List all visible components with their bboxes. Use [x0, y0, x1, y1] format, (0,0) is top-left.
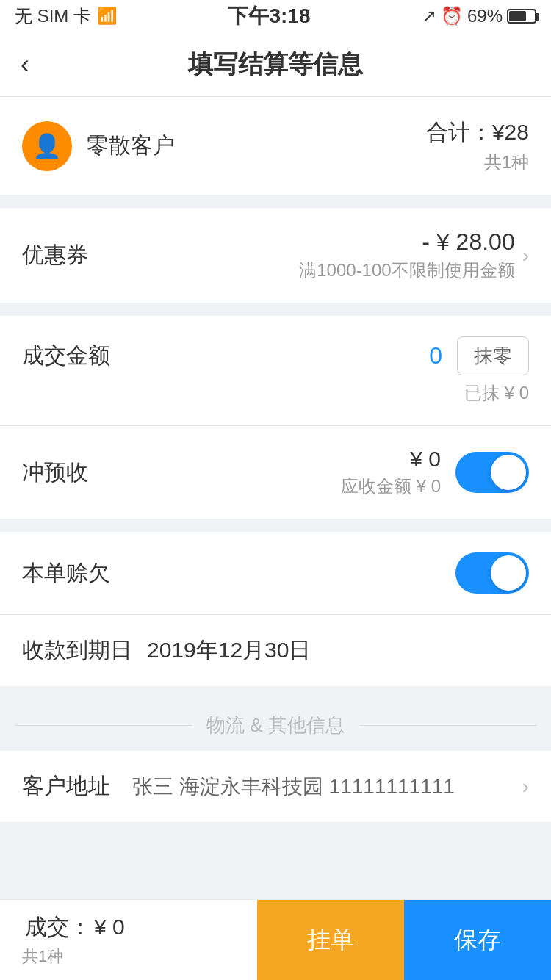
prepay-right: ¥ 0 应收金额 ¥ 0 [341, 447, 529, 498]
round-zero-button[interactable]: 抹零 [457, 336, 529, 375]
coupon-info: - ¥ 28.00 满1000-100不限制使用金额 [299, 228, 514, 282]
alarm-icon: ⏰ [441, 6, 463, 26]
prepay-row: 冲预收 ¥ 0 应收金额 ¥ 0 [22, 447, 529, 498]
divider-2 [0, 303, 551, 316]
address-chevron-icon: › [522, 775, 529, 799]
debt-section: 本单赊欠 [0, 532, 551, 614]
logistics-label: 物流 & 其他信息 [206, 713, 345, 738]
toggle-knob [491, 455, 526, 490]
transaction-row: 成交金额 0 抹零 [22, 336, 529, 375]
transaction-value[interactable]: 0 [398, 342, 442, 370]
carrier-label: 无 SIM 卡 [15, 4, 91, 28]
nav-bar: ‹ 填写结算等信息 [0, 32, 551, 97]
status-left: 无 SIM 卡 📶 [15, 4, 117, 28]
divider-3 [0, 519, 551, 532]
customer-section: 👤 零散客户 合计：¥28 共1种 [0, 97, 551, 195]
back-button[interactable]: ‹ [21, 49, 29, 80]
prepay-section: 冲预收 ¥ 0 应收金额 ¥ 0 [0, 425, 551, 519]
debt-toggle[interactable] [455, 552, 529, 594]
address-label: 客户地址 [22, 771, 110, 801]
transaction-section: 成交金额 0 抹零 已抹 ¥ 0 [0, 316, 551, 425]
coupon-row[interactable]: 优惠券 - ¥ 28.00 满1000-100不限制使用金额 › [0, 208, 551, 303]
customer-totals: 合计：¥28 共1种 [426, 118, 529, 174]
avatar-icon: 👤 [32, 132, 62, 160]
due-date-value[interactable]: 2019年12月30日 [147, 635, 311, 666]
logistics-divider: 物流 & 其他信息 [0, 699, 551, 751]
status-bar: 无 SIM 卡 📶 下午3:18 ↗ ⏰ 69% [0, 0, 551, 32]
divider-1 [0, 195, 551, 208]
status-time: 下午3:18 [228, 2, 310, 30]
bottom-bar: 成交：¥ 0 共1种 挂单 保存 [0, 899, 551, 980]
prepay-amounts: ¥ 0 应收金额 ¥ 0 [341, 447, 441, 498]
bottom-summary: 成交：¥ 0 共1种 [0, 912, 257, 968]
hang-single-button[interactable]: 挂单 [257, 900, 404, 981]
amount-input-area: 0 抹零 [398, 336, 529, 375]
address-section[interactable]: 客户地址 张三 海淀永丰科技园 11111111111 › [0, 751, 551, 822]
debt-label: 本单赊欠 [22, 558, 110, 588]
total-count: 共1种 [426, 151, 529, 174]
prepay-label: 冲预收 [22, 458, 88, 488]
coupon-amount: - ¥ 28.00 [299, 228, 514, 256]
prepay-amount: ¥ 0 [341, 447, 441, 472]
status-right: ↗ ⏰ 69% [422, 6, 536, 26]
coupon-right: - ¥ 28.00 满1000-100不限制使用金额 › [299, 228, 529, 282]
transaction-label: 成交金额 [22, 341, 110, 371]
chevron-right-icon: › [522, 244, 529, 267]
debt-toggle-knob [491, 555, 526, 591]
gps-icon: ↗ [422, 6, 436, 26]
deal-amount: ¥ 0 [94, 915, 125, 939]
bottom-count: 共1种 [22, 945, 235, 968]
due-date-label: 收款到期日 [22, 635, 132, 666]
date-row: 收款到期日 2019年12月30日 [22, 635, 529, 666]
due-date-section: 收款到期日 2019年12月30日 [0, 614, 551, 686]
deal-label: 成交： [25, 915, 91, 939]
divider-4 [0, 686, 551, 699]
coupon-label: 优惠券 [22, 240, 88, 270]
wifi-icon: 📶 [97, 7, 117, 26]
avatar: 👤 [22, 121, 72, 171]
coupon-desc: 满1000-100不限制使用金额 [299, 259, 514, 282]
customer-info: 👤 零散客户 [22, 121, 175, 171]
battery-label: 69% [467, 6, 503, 26]
bottom-deal-row: 成交：¥ 0 [22, 912, 235, 943]
address-value: 张三 海淀永丰科技园 11111111111 [132, 773, 455, 801]
content-area: 👤 零散客户 合计：¥28 共1种 优惠券 - ¥ 28.00 满1000-10… [0, 97, 551, 980]
total-amount: 合计：¥28 [426, 118, 529, 148]
coupon-section[interactable]: 优惠券 - ¥ 28.00 满1000-100不限制使用金额 › [0, 208, 551, 303]
customer-name: 零散客户 [87, 131, 175, 161]
save-button[interactable]: 保存 [404, 900, 551, 981]
prepay-toggle[interactable] [455, 452, 529, 493]
prepay-receivable: 应收金额 ¥ 0 [341, 475, 441, 498]
address-left: 客户地址 张三 海淀永丰科技园 11111111111 [22, 771, 455, 801]
battery-icon [507, 9, 536, 24]
logistics-line-right [359, 725, 536, 726]
page-title: 填写结算等信息 [188, 48, 363, 82]
already-rounded-label: 已抹 ¥ 0 [22, 381, 529, 405]
logistics-line-left [15, 725, 192, 726]
